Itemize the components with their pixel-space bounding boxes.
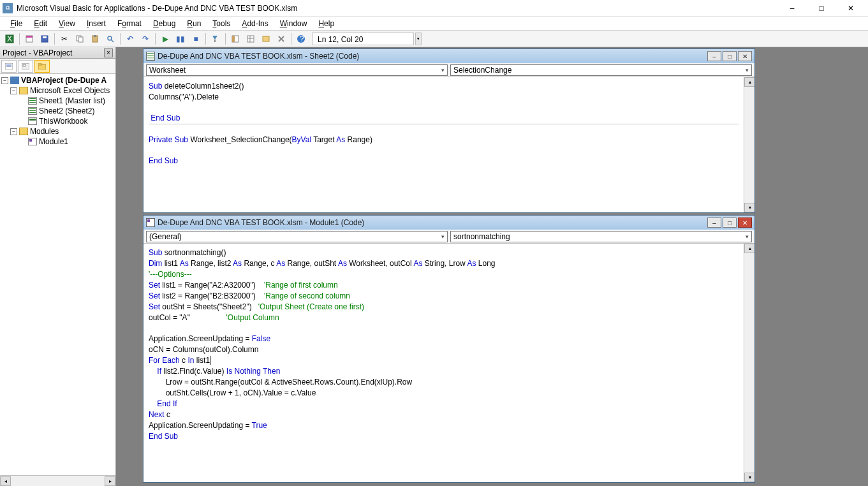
object-select[interactable]: (General) — [146, 231, 448, 242]
module-icon — [28, 138, 37, 145]
collapse-icon[interactable]: − — [1, 77, 8, 84]
panel-close-button[interactable]: × — [104, 48, 113, 57]
scroll-up-icon[interactable]: ▴ — [744, 77, 754, 87]
menu-tools[interactable]: Tools — [207, 18, 235, 29]
code-window-module1[interactable]: De-Dupe And DNC VBA TEST BOOK.xlsm - Mod… — [143, 215, 755, 483]
scroll-down-icon[interactable]: ▾ — [744, 473, 754, 482]
svg-rect-26 — [23, 64, 26, 66]
menu-run[interactable]: Run — [182, 18, 206, 29]
cut-icon[interactable]: ✂ — [57, 32, 71, 46]
tree-folder-excel[interactable]: − Microsoft Excel Objects — [0, 85, 115, 96]
scroll-track[interactable] — [744, 253, 754, 473]
collapse-icon[interactable]: − — [10, 87, 17, 94]
tree-item-label: Module1 — [39, 137, 68, 146]
procedure-select[interactable]: sortnonmatching — [450, 231, 752, 242]
menu-addins[interactable]: Add-Ins — [237, 18, 273, 29]
code-editor[interactable]: Sub deleteColumn1sheet2() Columns("A").D… — [143, 77, 744, 212]
toolbar-overflow[interactable]: ▾ — [415, 33, 422, 45]
menu-window[interactable]: Window — [275, 18, 313, 29]
undo-icon[interactable]: ↶ — [123, 32, 137, 46]
project-panel-title: Project - VBAProject × — [0, 47, 115, 59]
codewin-dropdowns: Worksheet SelectionChange — [143, 63, 754, 77]
codewin-maximize-button[interactable]: □ — [723, 51, 737, 61]
maximize-button[interactable]: □ — [807, 0, 836, 17]
codewin-close-button[interactable]: ✕ — [738, 51, 752, 61]
tree-folder-label: Microsoft Excel Objects — [30, 86, 110, 95]
tree-folder-modules[interactable]: − Modules — [0, 126, 115, 136]
code-editor[interactable]: Sub sortnonmatching() Dim list1 As Range… — [143, 244, 744, 482]
project-explorer-icon[interactable] — [228, 32, 242, 46]
design-mode-icon[interactable] — [209, 32, 223, 46]
object-select[interactable]: Worksheet — [146, 64, 448, 76]
vscrollbar[interactable]: ▴ ▾ — [744, 77, 754, 212]
tree-thisworkbook[interactable]: ThisWorkbook — [0, 116, 115, 126]
titlebar: ⧉ Microsoft Visual Basic for Application… — [0, 0, 868, 17]
procedure-select-value: SelectionChange — [453, 66, 511, 75]
object-select-value: Worksheet — [149, 66, 186, 75]
codewin-close-button[interactable]: ✕ — [738, 217, 752, 228]
codewin-titlebar[interactable]: De-Dupe And DNC VBA TEST BOOK.xlsm - Mod… — [143, 216, 754, 230]
insert-icon[interactable] — [22, 32, 36, 46]
codewin-maximize-button[interactable]: □ — [723, 217, 737, 228]
toolbox-icon[interactable] — [274, 32, 288, 46]
save-icon[interactable] — [38, 32, 52, 46]
codewin-minimize-button[interactable]: – — [707, 51, 721, 61]
project-explorer: Project - VBAProject × − VBAProject (De-… — [0, 47, 116, 486]
scroll-track[interactable] — [11, 476, 105, 486]
scroll-down-icon[interactable]: ▾ — [744, 203, 754, 212]
view-object-icon[interactable] — [18, 60, 33, 73]
sheet-icon — [28, 107, 37, 115]
run-icon[interactable]: ▶ — [158, 32, 172, 46]
project-panel-title-text: Project - VBAProject — [3, 48, 104, 57]
scroll-track[interactable] — [744, 87, 754, 203]
codewin-titlebar[interactable]: De-Dupe And DNC VBA TEST BOOK.xlsm - She… — [143, 49, 754, 63]
break-icon[interactable]: ▮▮ — [173, 32, 188, 46]
project-panel-toolbar — [0, 59, 115, 74]
close-button[interactable]: ✕ — [836, 0, 865, 17]
toolbar: X ✂ ↶ ↷ ▶ ▮▮ ■ ? Ln 12, Col 20 ▾ — [0, 31, 868, 47]
help-icon[interactable]: ? — [294, 32, 308, 46]
code-window-sheet2[interactable]: De-Dupe And DNC VBA TEST BOOK.xlsm - She… — [143, 48, 755, 213]
toggle-folders-icon[interactable] — [34, 60, 50, 73]
object-browser-icon[interactable] — [259, 32, 273, 46]
procedure-select[interactable]: SelectionChange — [450, 64, 752, 76]
module-icon — [146, 218, 155, 227]
scroll-up-icon[interactable]: ▴ — [744, 244, 754, 253]
menu-edit[interactable]: Edit — [29, 18, 52, 29]
codewin-title-text: De-Dupe And DNC VBA TEST BOOK.xlsm - She… — [158, 52, 707, 61]
main-area: Project - VBAProject × − VBAProject (De-… — [0, 47, 868, 486]
menu-view[interactable]: View — [54, 18, 80, 29]
view-code-icon[interactable] — [1, 60, 17, 73]
menu-insert[interactable]: Insert — [82, 18, 111, 29]
view-excel-icon[interactable]: X — [3, 32, 17, 46]
scroll-right-icon[interactable]: ▸ — [105, 476, 115, 486]
redo-icon[interactable]: ↷ — [138, 32, 152, 46]
reset-icon[interactable]: ■ — [189, 32, 203, 46]
menu-format[interactable]: Format — [112, 18, 147, 29]
menu-debug[interactable]: Debug — [148, 18, 180, 29]
tree-item-label: Sheet1 (Master list) — [39, 96, 105, 105]
svg-line-11 — [111, 40, 114, 42]
vscrollbar[interactable]: ▴ ▾ — [744, 244, 754, 482]
copy-icon[interactable] — [73, 32, 87, 46]
menu-help[interactable]: Help — [313, 18, 339, 29]
sheet-icon — [146, 52, 155, 61]
tree-sheet2[interactable]: Sheet2 (Sheet2) — [0, 106, 115, 116]
tree-root[interactable]: − VBAProject (De-Dupe A — [0, 75, 115, 85]
codewin-body: Sub deleteColumn1sheet2() Columns("A").D… — [143, 77, 754, 212]
find-icon[interactable] — [103, 32, 117, 46]
svg-text:X: X — [7, 34, 12, 43]
panel-hscrollbar[interactable]: ◂ ▸ — [0, 475, 115, 486]
svg-rect-9 — [94, 35, 96, 37]
scroll-left-icon[interactable]: ◂ — [0, 476, 11, 486]
tree-module1[interactable]: Module1 — [0, 136, 115, 147]
project-tree[interactable]: − VBAProject (De-Dupe A − Microsoft Exce… — [0, 74, 115, 475]
paste-icon[interactable] — [88, 32, 102, 46]
codewin-minimize-button[interactable]: – — [707, 217, 721, 228]
tree-sheet1[interactable]: Sheet1 (Master list) — [0, 96, 115, 106]
minimize-button[interactable]: – — [777, 0, 807, 17]
menu-file[interactable]: File — [5, 18, 27, 29]
properties-icon[interactable] — [244, 32, 258, 46]
svg-rect-16 — [247, 36, 254, 42]
collapse-icon[interactable]: − — [10, 128, 17, 135]
